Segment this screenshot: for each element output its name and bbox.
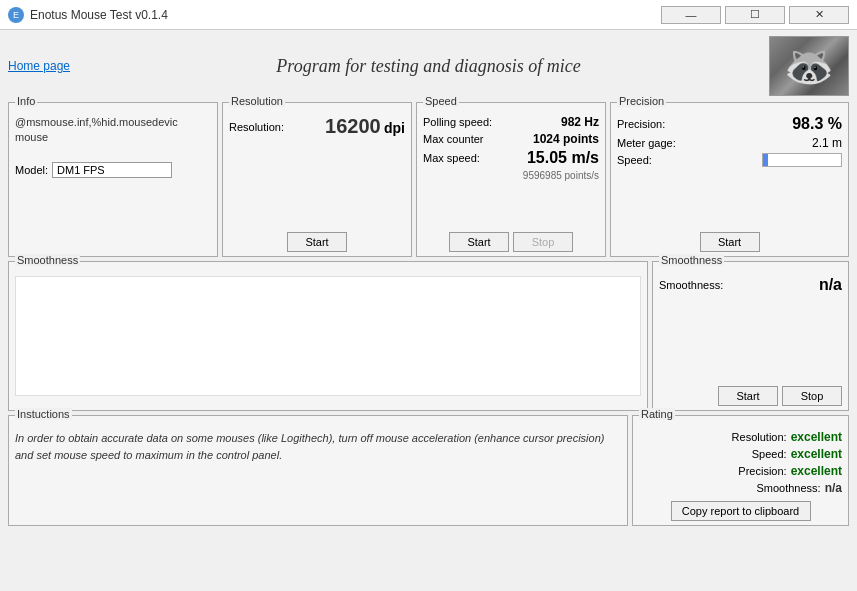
info-line1: @msmouse.inf,%hid.mousedevic xyxy=(15,116,178,128)
title-bar: E Enotus Mouse Test v0.1.4 — ☐ ✕ xyxy=(0,0,857,30)
rating-resolution-label: Resolution: xyxy=(732,431,787,443)
resolution-value-group: 16200 dpi xyxy=(325,115,405,138)
smoothness-value: n/a xyxy=(819,276,842,294)
max-speed-label: Max speed: xyxy=(423,152,480,164)
speed-btn-row: Start Stop xyxy=(423,228,599,252)
bottom-row: Instuctions In order to obtain accurate … xyxy=(8,415,849,526)
home-link[interactable]: Home page xyxy=(8,59,88,73)
resolution-start-button[interactable]: Start xyxy=(287,232,347,252)
meter-value: 2.1 m xyxy=(812,136,842,150)
speed-bar-row: Speed: xyxy=(617,153,842,167)
max-counter-label: Max counter xyxy=(423,133,484,145)
precision-panel-title: Precision xyxy=(617,95,666,107)
top-panels: Info @msmouse.inf,%hid.mousedevic mouse … xyxy=(8,102,849,257)
smoothness-right-panel: Smoothness Smoothness: n/a Start Stop xyxy=(652,261,849,411)
meter-label: Meter gage: xyxy=(617,137,676,149)
main-content: Home page Program for testing and diagno… xyxy=(0,30,857,532)
rating-panel: Rating Resolution: excellent Speed: exce… xyxy=(632,415,849,526)
smoothness-right-title: Smoothness xyxy=(659,254,724,266)
rating-speed-row: Speed: excellent xyxy=(639,447,842,461)
window-title: Enotus Mouse Test v0.1.4 xyxy=(30,8,168,22)
smoothness-start-button[interactable]: Start xyxy=(718,386,778,406)
speed-start-button[interactable]: Start xyxy=(449,232,509,252)
rating-speed-label: Speed: xyxy=(752,448,787,460)
resolution-panel: Resolution Resolution: 16200 dpi Start xyxy=(222,102,412,257)
info-panel: Info @msmouse.inf,%hid.mousedevic mouse … xyxy=(8,102,218,257)
smoothness-label: Smoothness: xyxy=(659,279,723,291)
max-counter-row: Max counter 1024 points xyxy=(423,132,599,146)
instructions-title: Instuctions xyxy=(15,408,72,420)
polling-row: Polling speed: 982 Hz xyxy=(423,115,599,129)
speed-subtext: 9596985 points/s xyxy=(423,170,599,181)
resolution-start-wrap: Start xyxy=(229,224,405,252)
smoothness-btn-row: Start Stop xyxy=(659,386,842,406)
copy-btn-wrap: Copy report to clipboard xyxy=(639,501,842,521)
model-label: Model: xyxy=(15,164,48,176)
raccoon-image xyxy=(769,36,849,96)
info-panel-title: Info xyxy=(15,95,37,107)
smoothness-chart xyxy=(15,276,641,396)
rating-precision-value: excellent xyxy=(791,464,842,478)
raccoon-face xyxy=(770,37,848,95)
speed-bar-fill xyxy=(763,154,768,166)
model-row: Model: xyxy=(15,162,211,178)
close-button[interactable]: ✕ xyxy=(789,6,849,24)
precision-value: 98.3 % xyxy=(792,115,842,133)
rating-smoothness-label: Smoothness: xyxy=(756,482,820,494)
smoothness-left-title: Smoothness xyxy=(15,254,80,266)
max-speed-value: 15.05 m/s xyxy=(527,149,599,167)
resolution-unit: dpi xyxy=(384,120,405,136)
precision-label: Precision: xyxy=(617,118,665,130)
info-line2: mouse xyxy=(15,131,48,143)
meter-row: Meter gage: 2.1 m xyxy=(617,136,842,150)
copy-report-button[interactable]: Copy report to clipboard xyxy=(671,501,811,521)
rating-precision-row: Precision: excellent xyxy=(639,464,842,478)
rating-speed-value: excellent xyxy=(791,447,842,461)
max-speed-row: Max speed: 15.05 m/s xyxy=(423,149,599,167)
header-row: Home page Program for testing and diagno… xyxy=(8,36,849,96)
polling-label: Polling speed: xyxy=(423,116,492,128)
smoothness-value-row: Smoothness: n/a xyxy=(659,276,842,294)
speed-bar-wrap xyxy=(762,153,842,167)
precision-start-button[interactable]: Start xyxy=(700,232,760,252)
model-input[interactable] xyxy=(52,162,172,178)
smoothness-left-panel: Smoothness xyxy=(8,261,648,411)
resolution-label: Resolution: xyxy=(229,121,284,133)
polling-value: 982 Hz xyxy=(561,115,599,129)
rating-smoothness-value: n/a xyxy=(825,481,842,495)
maximize-button[interactable]: ☐ xyxy=(725,6,785,24)
minimize-button[interactable]: — xyxy=(661,6,721,24)
resolution-row: Resolution: 16200 dpi xyxy=(229,115,405,138)
smoothness-stop-button[interactable]: Stop xyxy=(782,386,842,406)
resolution-value: 16200 xyxy=(325,115,381,137)
rating-precision-label: Precision: xyxy=(738,465,786,477)
resolution-panel-title: Resolution xyxy=(229,95,285,107)
smoothness-row: Smoothness Smoothness Smoothness: n/a St… xyxy=(8,261,849,411)
rating-title: Rating xyxy=(639,408,675,420)
info-text: @msmouse.inf,%hid.mousedevic mouse xyxy=(15,115,211,146)
app-title: Program for testing and diagnosis of mic… xyxy=(88,56,769,77)
max-counter-value: 1024 points xyxy=(533,132,599,146)
precision-panel: Precision Precision: 98.3 % Meter gage: … xyxy=(610,102,849,257)
speed-bar xyxy=(762,153,842,167)
app-icon: E xyxy=(8,7,24,23)
rating-resolution-row: Resolution: excellent xyxy=(639,430,842,444)
speed-panel-title: Speed xyxy=(423,95,459,107)
speed-panel: Speed Polling speed: 982 Hz Max counter … xyxy=(416,102,606,257)
precision-row: Precision: 98.3 % xyxy=(617,115,842,133)
rating-resolution-value: excellent xyxy=(791,430,842,444)
instructions-text: In order to obtain accurate data on some… xyxy=(15,430,621,463)
speed-stop-button[interactable]: Stop xyxy=(513,232,573,252)
precision-start-wrap: Start xyxy=(617,224,842,252)
rating-smoothness-row: Smoothness: n/a xyxy=(639,481,842,495)
instructions-panel: Instuctions In order to obtain accurate … xyxy=(8,415,628,526)
window-controls: — ☐ ✕ xyxy=(661,6,849,24)
prec-speed-label: Speed: xyxy=(617,154,652,166)
